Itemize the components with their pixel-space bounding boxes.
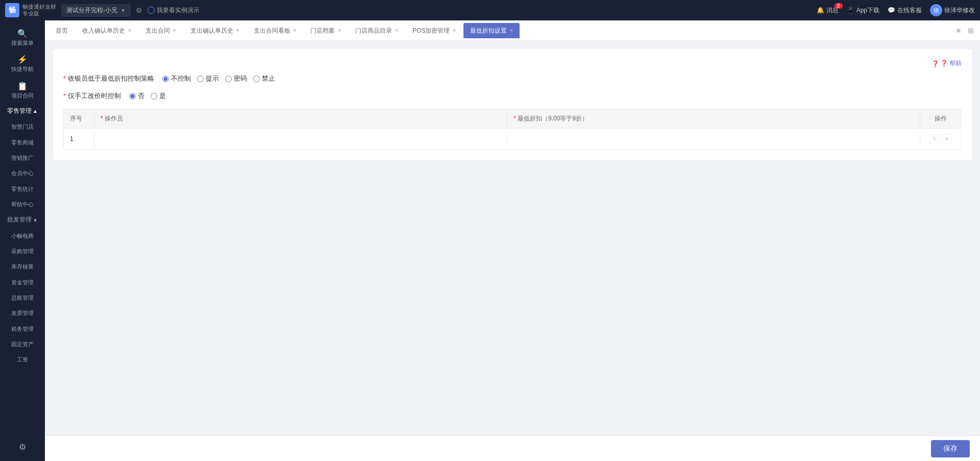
project-dropdown-arrow: ▼ bbox=[120, 8, 126, 13]
demo-link[interactable]: 我要看实例演示 bbox=[148, 6, 200, 15]
settings-icon[interactable]: ⚙ bbox=[136, 6, 142, 14]
tab-close-store-file[interactable]: × bbox=[338, 28, 341, 33]
table-body: 1 ✎ ✕ bbox=[64, 129, 961, 149]
th-operator: 操作员 bbox=[94, 109, 507, 128]
service-icon: 💬 bbox=[888, 7, 895, 14]
project-selector[interactable]: 测试分开完程-小兄 ▼ bbox=[61, 4, 131, 17]
tab-close-pos-password[interactable]: × bbox=[453, 28, 456, 33]
form-row-strategy: 收银员低于最低折扣控制策略 不控制 提示 密码 bbox=[63, 74, 962, 83]
topbar-right: 🔔 消息 8 📱 App下载 💬 在线客服 徐 徐泽华修改 bbox=[817, 4, 975, 16]
project-name: 测试分开完程-小兄 bbox=[66, 6, 117, 15]
bell-icon: 🔔 bbox=[817, 7, 824, 14]
sidebar-item-project[interactable]: 📋 项目合同 bbox=[0, 77, 45, 103]
save-button[interactable]: 保存 bbox=[931, 440, 970, 457]
strategy-radio-group: 不控制 提示 密码 禁止 bbox=[162, 74, 275, 83]
row-delete-button[interactable]: ✕ bbox=[942, 134, 952, 144]
sidebar-item-wholesale[interactable]: 批发管理 ▼ bbox=[0, 212, 45, 228]
sidebar-item-stats[interactable]: 零售统计 bbox=[0, 181, 45, 197]
table-row: 1 ✎ ✕ bbox=[64, 129, 961, 149]
download-icon: 📱 bbox=[847, 7, 854, 14]
radio-yes[interactable]: 是 bbox=[151, 91, 166, 101]
tab-close-payment-confirm-history[interactable]: × bbox=[236, 28, 239, 33]
notifications-button[interactable]: 🔔 消息 8 bbox=[817, 6, 839, 15]
tab-close-store-goods[interactable]: × bbox=[395, 28, 398, 33]
retail-expand-arrow: ▲ bbox=[33, 108, 38, 114]
logo: 畅 畅捷通好业财 专业版 bbox=[5, 3, 56, 17]
td-seq: 1 bbox=[64, 131, 94, 147]
content-area: 首页 收入确认单历史 × 支出合同 × 支出确认单历史 × 支出合同看板 × 门… bbox=[45, 20, 980, 461]
tab-store-goods[interactable]: 门店商品目录 × bbox=[349, 23, 405, 38]
field2-label: 仅手工改价时控制 bbox=[63, 91, 121, 101]
form-row-manual-control: 仅手工改价时控制 否 是 bbox=[63, 91, 962, 101]
close-tab-button[interactable]: ✕ bbox=[953, 26, 964, 36]
th-discount: 最低折扣（9.00等于9折） bbox=[507, 109, 920, 128]
tab-close-payment-contract[interactable]: × bbox=[173, 28, 176, 33]
sidebar-item-inventory[interactable]: 库存核算 bbox=[0, 259, 45, 274]
sidebar-item-search[interactable]: 🔍 搜索菜单 bbox=[0, 25, 45, 51]
tab-payment-confirm-history[interactable]: 支出确认单历史 × bbox=[184, 23, 246, 38]
td-action: ✎ ✕ bbox=[920, 130, 961, 148]
radio-prompt[interactable]: 提示 bbox=[197, 74, 219, 83]
th-seq: 序号 bbox=[64, 109, 94, 128]
tab-store-file[interactable]: 门店档案 × bbox=[304, 23, 348, 38]
manual-control-radio-group: 否 是 bbox=[129, 91, 166, 101]
table-header: 序号 操作员 最低折扣（9.00等于9折） 操作 bbox=[64, 109, 961, 129]
online-service-button[interactable]: 💬 在线客服 bbox=[888, 6, 922, 15]
tab-income-history[interactable]: 收入确认单历史 × bbox=[76, 23, 138, 38]
project-icon: 📋 bbox=[17, 81, 28, 91]
tab-payment-contract-board[interactable]: 支出合同看板 × bbox=[247, 23, 303, 38]
main-layout: 🔍 搜索菜单 ⚡ 快捷导航 📋 项目合同 零售管理 ▲ 智慧门店 零售商城 营销… bbox=[0, 20, 980, 461]
field1-label: 收银员低于最低折扣控制策略 bbox=[63, 74, 154, 83]
search-icon: 🔍 bbox=[17, 29, 28, 38]
tab-pos-password[interactable]: POS加密管理 × bbox=[406, 23, 462, 38]
quicknav-icon: ⚡ bbox=[17, 55, 28, 64]
sidebar-settings-button[interactable]: ⚙ bbox=[17, 438, 28, 456]
row-edit-button[interactable]: ✎ bbox=[929, 134, 940, 144]
logo-text: 畅捷通好业财 专业版 bbox=[22, 4, 56, 17]
radio-password[interactable]: 密码 bbox=[225, 74, 247, 83]
settings-icon: ⚙ bbox=[19, 442, 26, 452]
tab-close-payment-contract-board[interactable]: × bbox=[293, 28, 297, 33]
user-menu-button[interactable]: 徐 徐泽华修改 bbox=[930, 4, 975, 16]
sidebar-item-invoice[interactable]: 发票管理 bbox=[0, 305, 45, 321]
tab-menu-button[interactable]: ⊞ bbox=[966, 26, 976, 36]
avatar: 徐 bbox=[930, 4, 942, 16]
sidebar-item-quicknav[interactable]: ⚡ 快捷导航 bbox=[0, 51, 45, 77]
discount-table: 序号 操作员 最低折扣（9.00等于9折） 操作 1 bbox=[63, 109, 962, 150]
radio-no-control[interactable]: 不控制 bbox=[162, 74, 191, 83]
help-link[interactable]: ❓ ❓ 帮助 bbox=[932, 59, 962, 68]
notifications-badge: 8 bbox=[835, 3, 843, 9]
help-icon: ❓ bbox=[932, 60, 939, 67]
sidebar: 🔍 搜索菜单 ⚡ 快捷导航 📋 项目合同 零售管理 ▲ 智慧门店 零售商城 营销… bbox=[0, 20, 45, 461]
sidebar-item-tax[interactable]: 税务管理 bbox=[0, 321, 45, 336]
bottom-bar: 保存 bbox=[45, 435, 980, 461]
sidebar-item-member[interactable]: 会员中心 bbox=[0, 165, 45, 181]
radio-forbid[interactable]: 禁止 bbox=[253, 74, 275, 83]
sidebar-item-ecom[interactable]: 小畅电商 bbox=[0, 228, 45, 244]
tabbar: 首页 收入确认单历史 × 支出合同 × 支出确认单历史 × 支出合同看板 × 门… bbox=[45, 20, 980, 41]
tab-min-discount[interactable]: 最低折扣设置 × bbox=[463, 23, 520, 38]
sidebar-item-online-shop[interactable]: 零售商城 bbox=[0, 135, 45, 150]
tabbar-actions: ✕ ⊞ bbox=[953, 26, 976, 36]
sidebar-item-capital[interactable]: 资金管理 bbox=[0, 275, 45, 290]
sidebar-item-smart-store[interactable]: 智慧门店 bbox=[0, 119, 45, 134]
sidebar-item-assets[interactable]: 固定资产 bbox=[0, 336, 45, 352]
sidebar-item-purchase[interactable]: 采购管理 bbox=[0, 244, 45, 259]
app-download-button[interactable]: 📱 App下载 bbox=[847, 6, 879, 15]
tab-payment-contract[interactable]: 支出合同 × bbox=[139, 23, 183, 38]
td-operator bbox=[94, 135, 507, 143]
wholesale-expand-arrow: ▼ bbox=[33, 217, 38, 223]
topbar: 畅 畅捷通好业财 专业版 测试分开完程-小兄 ▼ ⚙ 我要看实例演示 🔔 消息 … bbox=[0, 0, 980, 20]
sidebar-item-ledger[interactable]: 总账管理 bbox=[0, 290, 45, 305]
tab-close-min-discount[interactable]: × bbox=[510, 28, 513, 33]
td-discount bbox=[507, 135, 920, 143]
sidebar-item-help[interactable]: 帮助中心 bbox=[0, 197, 45, 212]
tab-close-income-history[interactable]: × bbox=[128, 28, 131, 33]
demo-icon bbox=[148, 7, 155, 14]
sidebar-item-retail[interactable]: 零售管理 ▲ bbox=[0, 103, 45, 119]
th-action: 操作 bbox=[920, 109, 961, 128]
radio-no[interactable]: 否 bbox=[129, 91, 144, 101]
tab-home[interactable]: 首页 bbox=[49, 23, 75, 38]
sidebar-item-payroll[interactable]: 工资 bbox=[0, 352, 45, 367]
sidebar-item-marketing[interactable]: 营销推广 bbox=[0, 150, 45, 165]
